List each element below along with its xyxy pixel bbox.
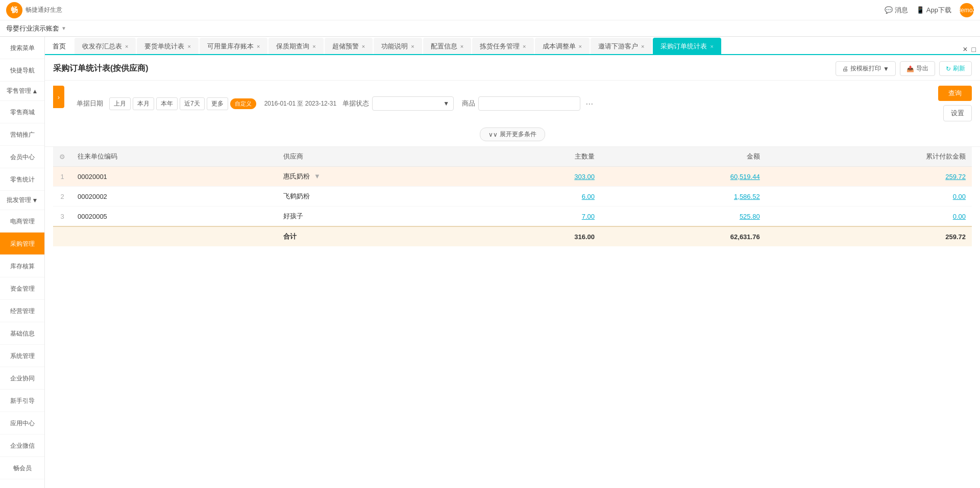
date-btn-more[interactable]: 更多 [207,97,228,110]
col-supplier: 供应商 [277,147,472,167]
date-btn-last-month[interactable]: 上月 [109,97,131,110]
status-dropdown-icon: ▼ [443,100,449,107]
close-tab-7[interactable]: × [460,43,463,49]
sidebar-item-search[interactable]: 搜索菜单 [0,37,44,59]
sidebar-item-enterprise-wechat[interactable]: 企业微信 [0,434,44,457]
sidebar-item-purchase-mgmt[interactable]: 采购管理 [0,233,44,255]
restore-window-btn[interactable]: □ [972,45,976,54]
date-filter-label: 单据日期 [77,99,103,108]
tab-overstock-warning[interactable]: 超储预警 × [325,38,373,54]
date-btn-this-year[interactable]: 本年 [156,97,178,110]
print-button[interactable]: 🖨 按模板打印 ▼ [836,61,896,76]
sidebar-item-new-guide[interactable]: 新手引导 [0,390,44,412]
sidebar-item-finance[interactable]: 资金管理 [0,277,44,300]
sidebar-item-operations[interactable]: 经营管理 [0,300,44,322]
col-quantity: 主数量 [472,147,601,167]
row-3-quantity-link[interactable]: 7.00 [582,213,595,220]
tab-available-stock[interactable]: 可用量库存账本 × [200,38,267,54]
row-1-quantity: 303.00 [472,167,601,187]
date-btn-custom[interactable]: 自定义 [230,98,256,109]
row-1-quantity-link[interactable]: 303.00 [574,173,595,181]
date-btn-this-month[interactable]: 本月 [133,97,154,110]
sidebar-item-shortcut[interactable]: 快捷导航 [0,59,44,82]
avatar[interactable]: demo2 [960,3,974,17]
query-button[interactable]: 查询 [938,86,972,101]
sidebar-item-member-app[interactable]: 畅会员 [0,457,44,479]
row-3-paid-link[interactable]: 0.00 [953,213,966,220]
app-download-btn[interactable]: 📱 App下载 [916,6,951,15]
product-filter-label: 商品 [462,99,475,108]
sidebar-item-inventory[interactable]: 库存核算 [0,255,44,277]
message-btn[interactable]: 💬 消息 [885,6,908,15]
sidebar-item-member-center[interactable]: 会员中心 [0,146,44,168]
row-1-supplier: 惠氏奶粉 ▼ [277,167,472,187]
sidebar-item-wholesale-mgmt[interactable]: 批发管理 ▼ [0,191,44,210]
footer-total-amount: 62,631.76 [601,226,766,246]
tab-home[interactable]: 首页 [45,38,74,54]
sidebar-item-retail-stats[interactable]: 零售统计 [0,168,44,191]
row-2-amount-link[interactable]: 1,586.52 [734,193,760,200]
row-2-code: 00020002 [71,187,277,207]
export-icon: 📤 [906,65,914,72]
sidebar-item-marketing[interactable]: 营销推广 [0,123,44,146]
workspace-selector[interactable]: 母婴行业演示账套 ▼ [6,24,66,33]
more-filters-icon[interactable]: ··· [585,98,593,109]
refresh-button[interactable]: ↻ 刷新 [939,61,972,76]
close-tab-10[interactable]: × [641,43,644,49]
row-3-no: 3 [53,207,71,227]
close-tab-6[interactable]: × [411,43,414,49]
close-tab-8[interactable]: × [523,43,526,49]
sidebar-item-ecom-mgmt[interactable]: 电商管理 [0,210,44,233]
tab-purchase-order-stats[interactable]: 采购订单统计表 × [653,38,721,54]
close-tab-4[interactable]: × [312,43,315,49]
tab-invite-customer[interactable]: 邀请下游客户 × [591,38,652,54]
close-tab-11[interactable]: × [710,43,713,49]
sidebar-item-basic-info[interactable]: 基础信息 [0,322,44,345]
right-filter-col: 查询 设置 [938,86,972,121]
tab-receive-summary[interactable]: 收发存汇总表 × [75,38,136,54]
sidebar-item-system-mgmt[interactable]: 系统管理 [0,345,44,367]
close-tab-5[interactable]: × [362,43,365,49]
row-2-quantity-link[interactable]: 6.00 [582,193,595,200]
row-2-paid-link[interactable]: 0.00 [953,193,966,200]
date-btn-last-7[interactable]: 近7天 [180,97,205,110]
row-3-code: 00020005 [71,207,277,227]
close-tab-2[interactable]: × [187,43,190,49]
row-1-paid-link[interactable]: 259.72 [945,173,966,181]
tab-pick-task[interactable]: 拣货任务管理 × [472,38,533,54]
close-tab-1[interactable]: × [125,43,128,49]
expand-more-btn[interactable]: ∨∨ 展开更多条件 [480,127,545,141]
row-1-amount-link[interactable]: 60,519.44 [730,173,760,181]
export-button[interactable]: 📤 导出 [900,61,935,76]
expand-icon: ▲ [32,88,38,95]
download-icon: 📱 [916,6,924,14]
close-tab-9[interactable]: × [579,43,582,49]
collapse-filter-btn[interactable]: › [53,86,64,108]
tab-order-stats[interactable]: 要货单统计表 × [137,38,198,54]
table-row: 1 00020001 惠氏奶粉 ▼ 303.00 60,519.44 [53,167,972,187]
setting-button[interactable]: 设置 [943,105,972,121]
col-code: 往来单位编码 [71,147,277,167]
page-title: 采购订单统计表(按供应商) [53,63,149,74]
sidebar: 搜索菜单 快捷导航 零售管理 ▲ 零售商城 营销推广 会员中心 零售统计 批发管… [0,37,45,488]
row-3-amount-link[interactable]: 525.80 [740,213,760,220]
main-layout: 搜索菜单 快捷导航 零售管理 ▲ 零售商城 营销推广 会员中心 零售统计 批发管… [0,37,980,488]
sidebar-item-retail-mgmt[interactable]: 零售管理 ▲ [0,82,44,101]
sidebar-item-retail-store[interactable]: 零售商城 [0,101,44,123]
close-window-btn[interactable]: × [963,45,967,54]
sidebar-item-enterprise-collab[interactable]: 企业协同 [0,367,44,390]
filter-expand-row: ∨∨ 展开更多条件 [53,127,972,141]
page-actions: 🖨 按模板打印 ▼ 📤 导出 ↻ 刷新 [836,61,972,76]
close-tab-3[interactable]: × [257,43,260,49]
sidebar-item-app-center[interactable]: 应用中心 [0,412,44,434]
row-2-no: 2 [53,187,71,207]
tab-feature-desc[interactable]: 功能说明 × [374,38,422,54]
tab-config-info[interactable]: 配置信息 × [423,38,471,54]
row-3-supplier: 好孩子 [277,207,472,227]
tab-expiry-query[interactable]: 保质期查询 × [268,38,323,54]
tab-cost-adjust[interactable]: 成本调整单 × [535,38,590,54]
col-paid: 累计付款金额 [766,147,972,167]
product-input[interactable] [478,96,580,111]
row-1-amount: 60,519.44 [601,167,766,187]
status-select[interactable]: ▼ [372,96,454,111]
